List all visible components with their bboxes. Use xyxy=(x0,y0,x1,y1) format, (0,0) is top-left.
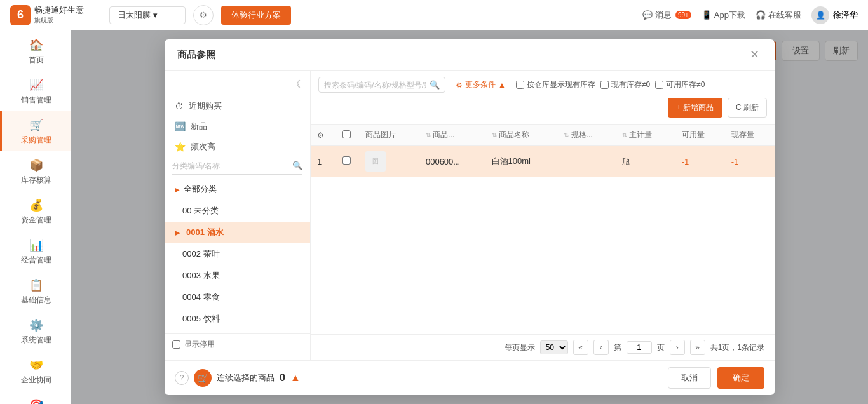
refresh-button[interactable]: C 刷新 xyxy=(728,98,767,118)
cat-tea-label: 0002 茶叶 xyxy=(175,248,220,260)
col-checkbox xyxy=(336,125,359,146)
branch-selector[interactable]: 日太阳膜 ▾ xyxy=(109,6,186,24)
headset-icon: 🎧 xyxy=(756,10,766,20)
col-name[interactable]: ⇅ 商品名称 xyxy=(485,125,558,146)
right-panel: 🔍 ⚙ 更多条件 ▲ 按仓库显示现有库存 xyxy=(311,71,775,360)
sidebar-item-inventory[interactable]: 📦 库存核算 xyxy=(0,151,71,191)
sidebar-item-guide[interactable]: 🎯 新手引导 xyxy=(0,391,71,404)
row-select-checkbox[interactable] xyxy=(342,156,351,165)
finance-icon: 💰 xyxy=(29,198,43,212)
page-word: 第 xyxy=(614,342,621,353)
collapse-cart-btn[interactable]: ▲ xyxy=(290,372,301,384)
modal-overlay: 商品参照 ✕ 《 ⏱ 近期购买 xyxy=(71,30,868,404)
show-disabled-label[interactable]: 显示停用 xyxy=(172,339,302,350)
row-checkbox[interactable] xyxy=(336,146,359,177)
filter-more-btn[interactable]: ⚙ 更多条件 ▲ xyxy=(451,77,511,93)
last-page-btn[interactable]: » xyxy=(690,340,705,355)
cat-fruit-label: 0003 水果 xyxy=(175,270,220,281)
cat-all[interactable]: ▶ 全部分类 xyxy=(165,178,310,200)
cat-all-label: 全部分类 xyxy=(184,184,217,195)
messages-label: 消息 xyxy=(655,10,672,21)
sidebar-label-operations: 经营管理 xyxy=(21,255,51,266)
category-search: 🔍 xyxy=(172,161,302,175)
cat-wine[interactable]: ▶ 0001 酒水 xyxy=(165,222,310,243)
main-content: 查询 设置 刷新 商品参照 ✕ 《 xyxy=(71,30,868,404)
available-ne0-checkbox[interactable] xyxy=(600,81,609,89)
help-icon[interactable]: ? xyxy=(175,371,189,385)
sidebar-item-operations[interactable]: 📊 经营管理 xyxy=(0,231,71,271)
prev-page-btn[interactable]: ‹ xyxy=(593,340,609,355)
app-download-btn[interactable]: 📱 App下载 xyxy=(702,10,745,21)
chevron-up-icon: ▲ xyxy=(498,81,506,90)
sidebar-item-finance[interactable]: 💰 资金管理 xyxy=(0,191,71,231)
first-page-btn[interactable]: « xyxy=(573,340,588,355)
available-ne0-check[interactable]: 现有库存≠0 xyxy=(600,79,650,90)
add-product-button[interactable]: + 新增商品 xyxy=(668,98,722,118)
category-search-input[interactable] xyxy=(172,161,288,170)
online-service-btn[interactable]: 🎧 在线客服 xyxy=(756,10,801,21)
sidebar-item-home[interactable]: 🏠 首页 xyxy=(0,30,71,71)
logo-name: 畅捷通好生意 xyxy=(34,5,84,16)
quick-item-new[interactable]: 🆕 新品 xyxy=(165,116,310,137)
sidebar-item-system[interactable]: ⚙️ 系统管理 xyxy=(0,311,71,351)
phone-icon: 📱 xyxy=(702,10,712,20)
sidebar-label-procurement: 采购管理 xyxy=(21,135,51,145)
message-badge: 99+ xyxy=(675,11,691,19)
cart-label: 连续选择的商品 xyxy=(217,372,275,384)
table-settings-icon[interactable]: ⚙ xyxy=(317,131,324,140)
show-disabled-checkbox[interactable] xyxy=(172,340,180,349)
settings-icon[interactable]: ⚙ xyxy=(193,5,214,25)
sidebar-item-basics[interactable]: 📋 基础信息 xyxy=(0,271,71,311)
quick-item-recent[interactable]: ⏱ 近期购买 xyxy=(165,96,310,116)
cancel-button[interactable]: 取消 xyxy=(668,367,711,389)
service-label: 在线客服 xyxy=(768,10,801,21)
search-submit-icon[interactable]: 🔍 xyxy=(430,80,440,90)
sidebar-item-sales[interactable]: 📈 销售管理 xyxy=(0,71,71,111)
cat-fruit[interactable]: 0003 水果 xyxy=(165,265,310,286)
page-number-input[interactable] xyxy=(627,341,652,354)
col-spec[interactable]: ⇅ 规格... xyxy=(557,125,615,146)
sidebar-item-procurement[interactable]: 🛒 采购管理 xyxy=(0,111,71,151)
collapse-left-button[interactable]: 《 xyxy=(290,78,302,91)
quick-item-frequent[interactable]: ⭐ 频次高 xyxy=(165,137,310,157)
modal-close-button[interactable]: ✕ xyxy=(747,47,762,62)
trial-button[interactable]: 体验行业方案 xyxy=(221,6,291,25)
sidebar-label-sales: 销售管理 xyxy=(21,95,51,105)
usable-ne0-checkbox[interactable] xyxy=(655,81,663,89)
col-code[interactable]: ⇅ 商品... xyxy=(419,125,485,146)
avatar: 👤 xyxy=(811,6,829,24)
star-icon: ⭐ xyxy=(175,142,186,152)
filter-more-label: 更多条件 xyxy=(465,79,496,90)
row-spec xyxy=(557,146,615,177)
cat-snack[interactable]: 0004 零食 xyxy=(165,286,310,308)
table-area: ⚙ 商品图片 xyxy=(311,125,775,334)
by-warehouse-check[interactable]: 按仓库显示现有库存 xyxy=(516,79,595,90)
product-search-input[interactable] xyxy=(324,81,426,90)
table-row[interactable]: 1 图 000600... 白酒100ml xyxy=(311,146,775,177)
search-box: 🔍 xyxy=(318,77,445,93)
user-avatar-area[interactable]: 👤 徐泽华 xyxy=(811,6,858,24)
per-page-select[interactable]: 50 xyxy=(540,340,568,354)
cat-unclassified[interactable]: 00 未分类 xyxy=(165,200,310,222)
by-warehouse-checkbox[interactable] xyxy=(516,81,524,89)
confirm-button[interactable]: 确定 xyxy=(717,367,764,389)
select-all-checkbox[interactable] xyxy=(342,130,351,138)
col-available: 可用量 xyxy=(675,125,725,146)
next-page-btn[interactable]: › xyxy=(670,340,685,355)
sidebar-item-enterprise[interactable]: 🤝 企业协同 xyxy=(0,351,71,391)
cat-tea[interactable]: 0002 茶叶 xyxy=(165,243,310,265)
modal-dialog: 商品参照 ✕ 《 ⏱ 近期购买 xyxy=(165,39,775,395)
messages-btn[interactable]: 💬 消息 99+ xyxy=(642,10,691,21)
top-nav: 6 畅捷通好生意 旗舰版 日太阳膜 ▾ ⚙ 体验行业方案 💬 消息 99+ 📱 … xyxy=(0,0,868,30)
inventory-icon: 📦 xyxy=(29,158,43,172)
col-image-label: 商品图片 xyxy=(365,130,396,139)
procurement-icon: 🛒 xyxy=(29,118,43,132)
cat-drink[interactable]: 0005 饮料 xyxy=(165,308,310,330)
page-word2: 页 xyxy=(657,342,665,353)
sort-unit-icon: ⇅ xyxy=(622,131,627,138)
usable-ne0-check[interactable]: 可用库存≠0 xyxy=(655,79,705,90)
usable-ne0-label: 可用库存≠0 xyxy=(666,79,705,90)
operations-icon: 📊 xyxy=(29,238,43,252)
col-unit[interactable]: ⇅ 主计量 xyxy=(616,125,675,146)
row-num: 1 xyxy=(311,146,336,177)
